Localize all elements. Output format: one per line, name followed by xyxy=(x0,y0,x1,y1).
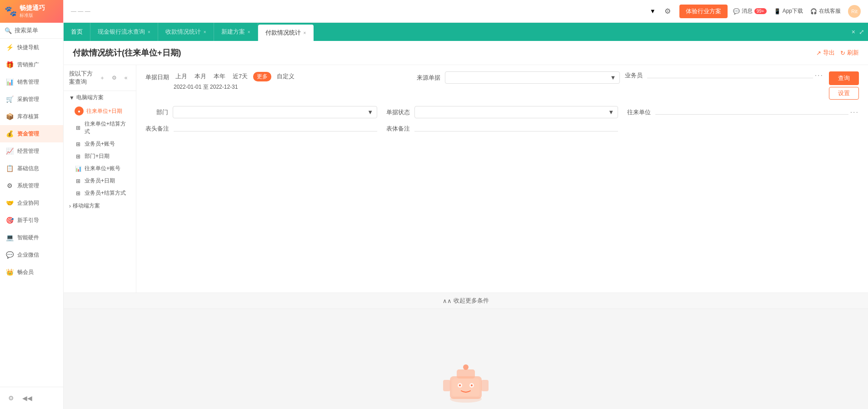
tab-expand-icon[interactable]: ⤢ xyxy=(859,28,864,35)
sidebar-item-base[interactable]: 📋 基础信息 xyxy=(0,160,63,177)
salesman-input[interactable] xyxy=(647,73,813,78)
collapse-button[interactable]: ∧∧ 收起更多条件 xyxy=(443,297,489,305)
scheme-settings-icon[interactable]: ⚙ xyxy=(110,73,119,82)
scheme-item-salesman-account[interactable]: ⊞ 业务员+账号 xyxy=(64,138,136,150)
sidebar-footer-gear[interactable]: ⚙ xyxy=(5,392,17,404)
scheme-mobile-title[interactable]: › 移动端方案 xyxy=(64,199,136,212)
partner-input[interactable] xyxy=(655,110,848,115)
header-note-group: 表头备注 xyxy=(145,125,377,133)
scheme-add-icon[interactable]: ＋ xyxy=(98,73,107,82)
date-btn-this-month[interactable]: 本月 xyxy=(193,71,208,81)
svg-rect-5 xyxy=(443,380,450,391)
scheme-collapse-icon[interactable]: « xyxy=(121,73,130,82)
sidebar-item-label: 系统管理 xyxy=(17,182,39,190)
scheme-header: 按以下方案查询 ＋ ⚙ « xyxy=(64,65,136,91)
header-note-input[interactable] xyxy=(174,126,377,131)
tab-new-scheme[interactable]: 新建方案 × xyxy=(214,23,258,41)
sidebar-item-sales[interactable]: 📊 销售管理 xyxy=(0,73,63,91)
message-item[interactable]: 💬 消息 99+ xyxy=(733,7,767,15)
svg-rect-2 xyxy=(452,379,479,397)
date-btn-custom[interactable]: 自定义 xyxy=(275,71,296,81)
filter-inputs-area: 单据日期 上月 本月 本年 近7天 更多 自定义 xyxy=(136,65,868,293)
sidebar-item-label: 基础信息 xyxy=(17,165,39,172)
app-download-item[interactable]: 📱 App下载 xyxy=(774,7,803,15)
scheme-item-partner-date[interactable]: ● 往来单位+日期 xyxy=(64,104,136,118)
sidebar-item-inventory[interactable]: 📦 库存核算 xyxy=(0,108,63,125)
refresh-label: 刷新 xyxy=(847,49,859,57)
scheme-item-partner-account[interactable]: 📊 往来单位+账号 xyxy=(64,162,136,175)
date-btn-7days[interactable]: 近7天 xyxy=(231,71,249,81)
tab-payment-stats[interactable]: 付款情况统计 × xyxy=(258,25,314,41)
body-note-input[interactable] xyxy=(414,126,618,131)
date-btn-this-year[interactable]: 本年 xyxy=(212,71,227,81)
page-header: 付款情况统计(往来单位+日期) ↗ 导出 ↻ 刷新 xyxy=(64,41,868,65)
filter-row-3: 表头备注 表体备注 xyxy=(145,125,859,133)
page: 付款情况统计(往来单位+日期) ↗ 导出 ↻ 刷新 xyxy=(64,41,868,409)
sidebar-item-operation[interactable]: 📈 经营管理 xyxy=(0,142,63,160)
query-button[interactable]: 查询 xyxy=(829,71,859,85)
body-note-label: 表体备注 xyxy=(386,125,414,133)
scheme-item-label: 往来单位+结算方式 xyxy=(85,120,130,136)
refresh-icon: ↻ xyxy=(840,50,845,56)
settings-button[interactable]: 设置 xyxy=(829,87,859,100)
date-buttons: 上月 本月 本年 近7天 更多 自定义 xyxy=(174,71,296,81)
scheme-item-salesman-date[interactable]: ⊞ 业务员+日期 xyxy=(64,175,136,187)
doc-status-select[interactable]: ▼ xyxy=(414,106,618,118)
trial-button[interactable]: 体验行业方案 xyxy=(679,5,728,18)
date-btn-more[interactable]: 更多 xyxy=(253,72,271,81)
tab-receipt-stats-label: 收款情况统计 xyxy=(165,28,201,36)
topbar-right: 💬 消息 99+ 📱 App下载 🎧 在线客服 Rit xyxy=(733,5,861,18)
sidebar-item-marketing[interactable]: 🎁 营销推广 xyxy=(0,56,63,73)
base-icon: 📋 xyxy=(5,164,14,172)
scheme-item-salesman-settle[interactable]: ⊞ 业务员+结算方式 xyxy=(64,187,136,199)
sidebar-item-wechat[interactable]: 💬 企业微信 xyxy=(0,246,63,263)
salesman-label: 业务员 xyxy=(620,71,647,80)
scheme-desktop-title[interactable]: ▼ 电脑端方案 xyxy=(64,91,136,104)
scheme-item-label: 业务员+日期 xyxy=(85,177,115,185)
scheme-item-partner-settle[interactable]: ⊞ 往来单位+结算方式 xyxy=(64,118,136,138)
sidebar-search[interactable]: 🔍 搜索菜单 xyxy=(0,23,63,39)
refresh-button[interactable]: ↻ 刷新 xyxy=(840,49,859,57)
svg-point-9 xyxy=(459,384,461,386)
main-container: — — — ▼ ⚙ 体验行业方案 💬 消息 99+ 📱 App下载 🎧 在线客服… xyxy=(64,0,868,409)
sidebar-item-finance[interactable]: 💰 资金管理 xyxy=(0,125,63,142)
source-filter-group: 来源单据 ▼ xyxy=(417,71,620,84)
date-btn-last-month[interactable]: 上月 xyxy=(174,71,189,81)
tab-new-scheme-close[interactable]: × xyxy=(248,30,250,35)
tab-payment-stats-close[interactable]: × xyxy=(304,30,306,35)
salesman-dots-btn[interactable]: ··· xyxy=(815,71,823,80)
source-select[interactable]: ▼ xyxy=(445,71,620,84)
sidebar-search-label: 搜索菜单 xyxy=(15,26,38,35)
tab-receipt-stats-close[interactable]: × xyxy=(204,30,206,35)
scheme-item-label: 往来单位+账号 xyxy=(85,165,120,172)
tab-bank-flow-close[interactable]: × xyxy=(148,30,150,35)
export-button[interactable]: ↗ 导出 xyxy=(816,49,835,57)
dept-select[interactable]: ▼ xyxy=(173,106,377,118)
tab-close-all-icon[interactable]: × xyxy=(852,28,855,35)
tab-bank-flow[interactable]: 现金银行流水查询 × xyxy=(90,23,158,41)
sidebar-item-quick-nav[interactable]: ⚡ 快捷导航 xyxy=(0,39,63,56)
tab-spacer xyxy=(314,23,848,41)
sidebar-item-member[interactable]: 👑 畅会员 xyxy=(0,263,63,281)
dept-select-arrow: ▼ xyxy=(367,109,373,116)
user-avatar-item[interactable]: Rit xyxy=(848,5,861,18)
collapse-icon: ∧∧ xyxy=(443,298,452,304)
dept-label: 部门 xyxy=(145,108,173,116)
scheme-item-dept-date[interactable]: ⊞ 部门+日期 xyxy=(64,150,136,162)
service-label: 在线客服 xyxy=(819,7,841,15)
sidebar-item-hardware[interactable]: 💻 智能硬件 xyxy=(0,229,63,246)
sidebar-item-system[interactable]: ⚙ 系统管理 xyxy=(0,177,63,194)
tab-actions: × ⤢ xyxy=(848,23,868,41)
sidebar-item-purchase[interactable]: 🛒 采购管理 xyxy=(0,91,63,108)
tab-home[interactable]: 首页 xyxy=(64,23,90,41)
service-item[interactable]: 🎧 在线客服 xyxy=(810,7,841,15)
sidebar-item-guide[interactable]: 🎯 新手引导 xyxy=(0,212,63,229)
sidebar-logo: 🐾 xyxy=(5,5,17,17)
partner-dots-btn[interactable]: ··· xyxy=(850,108,859,116)
topbar-gear[interactable]: ⚙ xyxy=(661,5,674,18)
topbar-dropdown[interactable]: ▼ xyxy=(650,8,656,15)
purchase-icon: 🛒 xyxy=(5,95,14,103)
tab-receipt-stats[interactable]: 收款情况统计 × xyxy=(158,23,214,41)
sidebar-item-company[interactable]: 🤝 企业协同 xyxy=(0,194,63,212)
sidebar-footer-collapse[interactable]: ◀◀ xyxy=(21,392,34,404)
